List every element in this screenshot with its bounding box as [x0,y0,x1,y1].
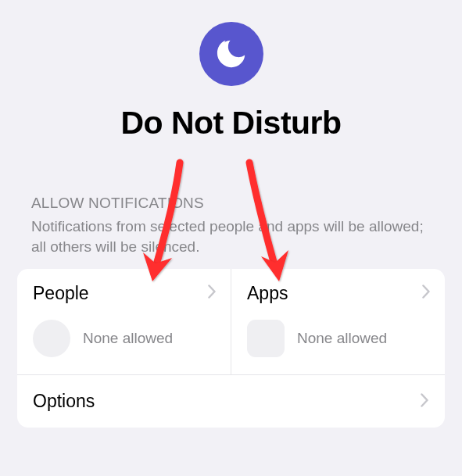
section-description: Notifications from selected people and a… [17,212,445,256]
apps-cell[interactable]: Apps None allowed [231,269,445,374]
options-title: Options [33,391,95,412]
people-apps-row: People None allowed Apps [17,269,445,375]
app-placeholder-icon [247,320,285,357]
people-cell[interactable]: People None allowed [17,269,231,374]
page-title: Do Not Disturb [0,105,462,141]
header: Do Not Disturb [0,0,462,141]
people-status: None allowed [83,330,173,347]
allow-notifications-section: ALLOW NOTIFICATIONS Notifications from s… [0,195,462,428]
chevron-right-icon [422,285,431,302]
options-cell[interactable]: Options [17,375,445,428]
apps-title: Apps [247,283,429,304]
people-title: People [33,283,215,304]
apps-status-row: None allowed [247,320,429,357]
people-status-row: None allowed [33,320,215,357]
chevron-right-icon [421,393,429,410]
section-header: ALLOW NOTIFICATIONS [17,195,445,212]
card-group: People None allowed Apps [17,269,445,428]
chevron-right-icon [208,285,217,302]
apps-status: None allowed [297,330,387,347]
moon-icon [199,22,263,86]
contact-placeholder-icon [33,320,70,357]
